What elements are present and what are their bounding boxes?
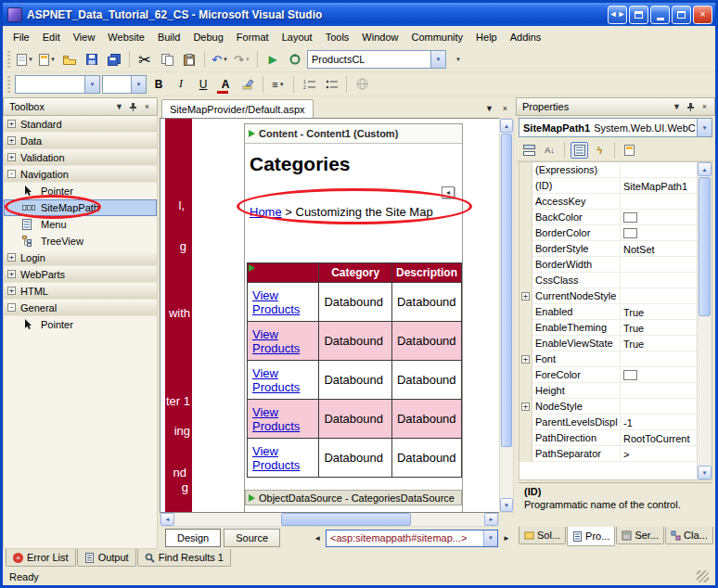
underline-button[interactable]: U bbox=[193, 74, 213, 95]
alignment-button[interactable]: ≡▼ bbox=[268, 74, 288, 95]
view-products-link[interactable]: View Products bbox=[252, 327, 300, 355]
expand-icon[interactable]: + bbox=[7, 120, 16, 128]
content-placeholder[interactable]: Content - Content1 (Custom) Categories ◂… bbox=[244, 123, 463, 513]
window-mode-button[interactable] bbox=[629, 6, 648, 24]
toolbox-section-login[interactable]: +Login bbox=[4, 249, 157, 266]
scroll-down-icon[interactable]: ▼ bbox=[500, 498, 513, 512]
toolbox-item-treeview[interactable]: TreeView bbox=[4, 233, 157, 249]
property-value[interactable]: NotSet bbox=[621, 241, 697, 257]
toolbox-section-validation[interactable]: +Validation bbox=[4, 149, 157, 166]
bullet-list-button[interactable] bbox=[321, 74, 341, 95]
expand-icon[interactable]: + bbox=[7, 287, 16, 295]
property-row[interactable]: Height bbox=[519, 383, 697, 399]
property-row[interactable]: CssClass bbox=[519, 273, 697, 288]
tag-navigator[interactable]: <asp:sitemappath#sitemap...> ▼ bbox=[326, 530, 498, 547]
font-size-combo[interactable]: ▼ bbox=[102, 75, 147, 94]
menu-edit[interactable]: Edit bbox=[36, 29, 67, 45]
toolbox-section-navigation[interactable]: -Navigation bbox=[4, 166, 157, 183]
toolbox-section-webparts[interactable]: +WebParts bbox=[4, 266, 157, 283]
editor-horizontal-scrollbar[interactable]: ◄ ► bbox=[160, 513, 514, 527]
font-color-button[interactable]: A bbox=[215, 74, 236, 95]
view-products-link[interactable]: View Products bbox=[252, 444, 300, 472]
property-row-bordercolor[interactable]: BorderColor bbox=[519, 225, 697, 241]
view-products-link[interactable]: View Products bbox=[252, 288, 300, 316]
menu-view[interactable]: View bbox=[67, 29, 102, 45]
expand-icon[interactable]: + bbox=[521, 355, 530, 364]
property-row[interactable]: EnabledTrue bbox=[519, 304, 697, 320]
property-row-font[interactable]: +Font bbox=[519, 352, 697, 367]
editor-vertical-scrollbar[interactable]: ▲ ▼ bbox=[499, 118, 514, 513]
undo-button[interactable]: ↶▼ bbox=[210, 49, 230, 70]
save-button[interactable] bbox=[82, 49, 102, 70]
title-bar[interactable]: ASPNET_Data_Tutorial_62_CS - Microsoft V… bbox=[3, 3, 715, 26]
property-value[interactable] bbox=[621, 257, 697, 273]
alphabetical-button[interactable]: A↓ bbox=[541, 142, 558, 159]
property-value[interactable] bbox=[621, 273, 697, 288]
toolbar-grip[interactable] bbox=[7, 76, 10, 93]
scroll-right-icon[interactable]: ► bbox=[484, 513, 498, 526]
new-file-button[interactable]: ▼ bbox=[15, 49, 35, 70]
tag-nav-right-icon[interactable]: ► bbox=[501, 534, 512, 543]
tab-server-explorer[interactable]: Ser... bbox=[616, 527, 664, 544]
tab-class-view[interactable]: Cla... bbox=[665, 527, 713, 544]
menu-build[interactable]: Build bbox=[151, 29, 186, 45]
close-document-icon[interactable]: × bbox=[498, 101, 512, 115]
vertical-scroll-thumb[interactable] bbox=[699, 177, 711, 316]
expand-icon[interactable]: + bbox=[521, 403, 530, 411]
property-pages-button[interactable] bbox=[621, 142, 638, 159]
combo-arrow-icon[interactable]: ▼ bbox=[697, 119, 712, 136]
bold-button[interactable]: B bbox=[148, 74, 169, 95]
paste-button[interactable] bbox=[179, 49, 199, 70]
property-value[interactable]: > bbox=[621, 446, 697, 462]
expand-icon[interactable]: + bbox=[521, 292, 530, 300]
toolbar-grip[interactable] bbox=[7, 51, 10, 68]
menu-format[interactable]: Format bbox=[230, 29, 276, 45]
properties-menu-icon[interactable]: ▼ bbox=[670, 100, 684, 113]
property-row[interactable]: EnableThemingTrue bbox=[519, 320, 697, 336]
toolbox-item-pointer[interactable]: Pointer bbox=[4, 183, 157, 199]
toolbox-section-general[interactable]: -General bbox=[4, 300, 157, 316]
toolbox-header[interactable]: Toolbox ▼ × bbox=[3, 97, 158, 116]
menu-help[interactable]: Help bbox=[469, 29, 504, 45]
property-row[interactable]: EnableViewStateTrue bbox=[519, 336, 697, 352]
property-row[interactable]: (Expressions) bbox=[519, 162, 697, 178]
close-button[interactable]: × bbox=[693, 6, 712, 24]
design-surface[interactable]: l, g with ter 1 ing nd g Content - Conte… bbox=[160, 118, 499, 513]
expand-icon[interactable]: + bbox=[7, 253, 16, 262]
scroll-up-icon[interactable]: ▲ bbox=[698, 162, 712, 176]
toolbox-section-standard[interactable]: +Standard bbox=[4, 116, 157, 133]
source-view-button[interactable]: Source bbox=[224, 529, 280, 547]
tab-error-list[interactable]: ×Error List bbox=[6, 549, 76, 567]
property-value[interactable]: SiteMapPath1 bbox=[621, 178, 697, 194]
start-debug-button[interactable]: ▶ bbox=[263, 49, 283, 70]
view-products-link[interactable]: View Products bbox=[252, 405, 300, 433]
tab-list-icon[interactable]: ▼ bbox=[482, 101, 496, 115]
expand-icon[interactable]: + bbox=[7, 136, 16, 145]
add-item-button[interactable]: ▼ bbox=[37, 49, 58, 70]
toolbox-pin-icon[interactable] bbox=[126, 100, 140, 113]
properties-pin-icon[interactable] bbox=[684, 100, 698, 113]
property-grid[interactable]: (Expressions) (ID)SiteMapPath1 AccessKey… bbox=[519, 161, 712, 480]
property-row-nodestyle[interactable]: +NodeStyle bbox=[519, 399, 697, 415]
open-file-button[interactable] bbox=[59, 49, 80, 70]
maximize-button[interactable] bbox=[672, 6, 691, 24]
properties-view-button[interactable] bbox=[571, 142, 588, 159]
tab-properties[interactable]: Pro... bbox=[567, 527, 615, 546]
cut-button[interactable]: ✂ bbox=[135, 49, 155, 70]
events-button[interactable]: ϟ bbox=[591, 142, 609, 159]
content-placeholder-header[interactable]: Content - Content1 (Custom) bbox=[245, 124, 462, 144]
menu-debug[interactable]: Debug bbox=[186, 29, 229, 45]
breadcrumb-home-link[interactable]: Home bbox=[250, 205, 282, 219]
property-value[interactable] bbox=[621, 162, 697, 178]
scroll-up-icon[interactable]: ▲ bbox=[500, 119, 513, 133]
sitemappath-control[interactable]: Home > Customizing the Site Map bbox=[250, 205, 433, 219]
menu-community[interactable]: Community bbox=[404, 29, 469, 45]
toolbox-section-data[interactable]: +Data bbox=[4, 133, 157, 149]
menu-website[interactable]: Website bbox=[101, 29, 151, 45]
scroll-left-icon[interactable]: ◄ bbox=[160, 513, 174, 526]
save-all-button[interactable] bbox=[104, 49, 124, 70]
property-row[interactable]: ParentLevelsDispl-1 bbox=[519, 415, 697, 430]
dock-arrows-button[interactable]: ◄► bbox=[608, 6, 627, 24]
toolbar-object-combo[interactable]: ProductsCL ▼ bbox=[307, 50, 446, 69]
design-view-button[interactable]: Design bbox=[165, 529, 221, 547]
